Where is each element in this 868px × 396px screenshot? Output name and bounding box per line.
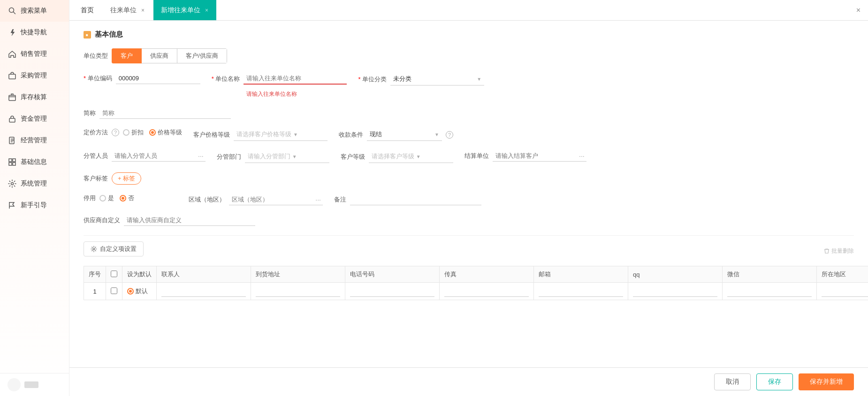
row-region-input[interactable] xyxy=(822,286,868,297)
sidebar-item-sales-mgmt[interactable]: 销售管理 xyxy=(0,43,69,65)
row-fax[interactable] xyxy=(440,283,534,300)
unit-name-group: * 单位名称 请输入往来单位名称 xyxy=(212,73,347,98)
pricing-radio-discount[interactable]: 折扣 xyxy=(123,128,144,137)
row-wechat[interactable] xyxy=(723,283,817,300)
custom-settings-button[interactable]: 自定义项设置 xyxy=(84,241,144,256)
row-phone[interactable] xyxy=(345,283,440,300)
sidebar-item-purchase-mgmt[interactable]: 采购管理 xyxy=(0,65,69,86)
payment-terms-group: 收款条件 现结 ▼ ? xyxy=(339,128,453,141)
manager-dots-btn[interactable]: ··· xyxy=(196,152,206,160)
sidebar-toggle[interactable] xyxy=(24,381,38,388)
sidebar-item-finance[interactable]: 资金管理 xyxy=(0,108,69,130)
pricing-radio-price-level[interactable]: 价格等级 xyxy=(149,128,182,137)
settlement-unit-dots-btn[interactable]: ··· xyxy=(577,152,586,160)
unit-name-input-group xyxy=(244,73,347,85)
unit-type-btn-both[interactable]: 客户/供应商 xyxy=(177,48,227,63)
sidebar-item-basic-info[interactable]: 基础信息 xyxy=(0,151,69,173)
tab-contacts-close[interactable]: × xyxy=(141,8,145,13)
svg-rect-2 xyxy=(9,74,15,79)
manager-input[interactable] xyxy=(112,150,196,161)
row-default-radio[interactable]: 默认 xyxy=(127,287,152,295)
svg-point-10 xyxy=(11,183,14,185)
dept-select[interactable]: 请输入分管部门 ▼ xyxy=(245,150,329,163)
row-email[interactable] xyxy=(534,283,628,300)
row-address[interactable] xyxy=(251,283,345,300)
tab-contacts[interactable]: 往来单位 × xyxy=(103,0,152,20)
save-new-button[interactable]: 保存并新增 xyxy=(799,373,854,390)
customer-price-level-select[interactable]: 请选择客户价格等级 ▼ xyxy=(234,128,327,141)
unit-name-input[interactable] xyxy=(244,73,347,85)
region-label: 区域（地区） xyxy=(189,195,225,204)
tab-new-contact-close[interactable]: × xyxy=(205,8,208,13)
remarks-input[interactable] xyxy=(350,194,481,205)
disable-radio-yes[interactable]: 是 xyxy=(99,194,114,202)
region-input[interactable] xyxy=(229,194,313,205)
sidebar-item-operations[interactable]: 经营管理 xyxy=(0,130,69,151)
sidebar-item-quick-nav[interactable]: 快捷导航 xyxy=(0,22,69,43)
payment-terms-select[interactable]: 现结 ▼ xyxy=(367,128,442,141)
disable-region-row: 停用 是 否 区域（地区） ··· xyxy=(84,194,854,205)
dept-chevron: ▼ xyxy=(292,154,297,159)
row-qq[interactable] xyxy=(628,283,723,300)
tab-new-contact[interactable]: 新增往来单位 × xyxy=(153,0,216,20)
row-contact[interactable] xyxy=(157,283,251,300)
settlement-unit-input[interactable] xyxy=(493,150,577,161)
unit-type-btn-supplier[interactable]: 供应商 xyxy=(142,48,177,63)
row-phone-input[interactable] xyxy=(350,286,434,297)
row-region[interactable] xyxy=(817,283,868,300)
unit-category-select[interactable]: 未分类 ▼ xyxy=(390,73,484,85)
short-name-input[interactable] xyxy=(99,108,231,119)
sidebar-item-system[interactable]: 系统管理 xyxy=(0,173,69,194)
short-name-row: 简称 xyxy=(84,108,854,119)
row-seq: 1 xyxy=(84,283,106,300)
unit-type-label: 单位类型 xyxy=(84,52,108,60)
row-address-input[interactable] xyxy=(256,286,340,297)
unit-category-value: 未分类 xyxy=(393,75,475,83)
customer-price-level-label: 客户价格等级 xyxy=(193,131,230,139)
save-button[interactable]: 保存 xyxy=(756,373,793,390)
disable-no-radio-circle xyxy=(120,195,126,202)
table-select-all[interactable] xyxy=(111,271,117,277)
sidebar-item-search-menu[interactable]: 搜索菜单 xyxy=(0,0,69,22)
supplier-custom-label: 供应商自定义 xyxy=(84,216,120,225)
disable-label: 停用 xyxy=(84,194,96,202)
customer-level-select[interactable]: 请选择客户等级 ▼ xyxy=(369,150,453,163)
tab-contacts-label: 往来单位 xyxy=(110,6,137,15)
window-close-button[interactable]: × xyxy=(856,6,860,15)
sidebar-item-starter[interactable]: 新手引导 xyxy=(0,194,69,216)
sidebar-item-sales-mgmt-label: 销售管理 xyxy=(21,50,47,58)
supplier-custom-input[interactable] xyxy=(124,215,255,226)
region-dots-btn[interactable]: ··· xyxy=(313,196,323,203)
dept-label: 分管部门 xyxy=(217,153,241,161)
house-icon xyxy=(8,49,17,59)
row-contact-input[interactable] xyxy=(161,286,246,297)
settlement-unit-group: 结算单位 ··· xyxy=(464,150,586,162)
row-wechat-input[interactable] xyxy=(727,286,812,297)
payment-terms-help-icon[interactable]: ? xyxy=(446,131,453,139)
col-region: 所在地区 xyxy=(817,266,868,283)
row-fax-input[interactable] xyxy=(444,286,529,297)
sidebar-item-starter-label: 新手引导 xyxy=(21,201,47,210)
settings-small-icon xyxy=(91,246,97,252)
batch-delete-button[interactable]: 批量删除 xyxy=(824,247,854,255)
settlement-unit-label: 结算单位 xyxy=(464,152,489,160)
cancel-button[interactable]: 取消 xyxy=(714,373,751,390)
lock-icon xyxy=(8,114,17,124)
pricing-help-icon[interactable]: ? xyxy=(112,129,119,136)
section-divider xyxy=(84,235,854,236)
short-name-label: 简称 xyxy=(84,109,96,117)
settings-icon xyxy=(8,179,17,188)
tab-home[interactable]: 首页 xyxy=(73,0,102,20)
short-name-group: 简称 xyxy=(84,108,231,119)
region-group: 区域（地区） ··· xyxy=(189,194,323,205)
disable-radio-no[interactable]: 否 xyxy=(120,194,134,202)
sidebar-item-inventory[interactable]: 库存核算 xyxy=(0,86,69,108)
action-bar: 取消 保存 保存并新增 xyxy=(69,367,868,396)
unit-code-input[interactable] xyxy=(116,73,200,84)
unit-type-btn-customer[interactable]: 客户 xyxy=(112,48,142,63)
col-contact: 联系人 xyxy=(157,266,251,283)
row-qq-input[interactable] xyxy=(633,286,717,297)
row-checkbox[interactable] xyxy=(111,287,117,294)
add-tag-button[interactable]: + 标签 xyxy=(112,172,141,185)
row-email-input[interactable] xyxy=(539,286,623,297)
